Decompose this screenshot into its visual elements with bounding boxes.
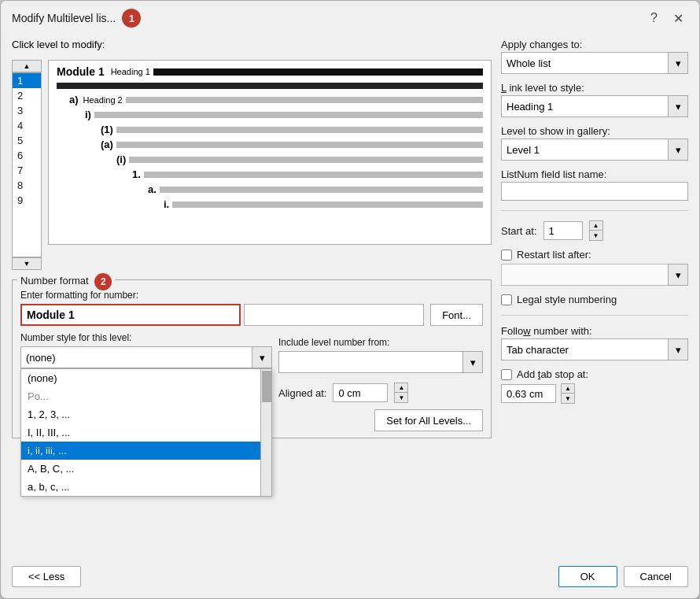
restart-list-select[interactable] [501, 264, 688, 286]
format-select-wrapper: (none) 1, 2, 3, ... i, II, III, ... i, i… [20, 346, 272, 368]
preview-bar-1 [153, 68, 483, 76]
dropdown-scroll-thumb [262, 371, 271, 402]
aligned-at-row: Aligned at: ▲ ▼ Set for All Levels... [278, 383, 483, 431]
help-button[interactable]: ? [646, 9, 662, 27]
preview-row-dark [57, 83, 483, 89]
level-scroll-up[interactable]: ▲ [12, 60, 42, 72]
tab-stop-spinner: ▲ ▼ [561, 383, 575, 404]
number-style-label: Number style for this level: [20, 332, 272, 343]
tab-stop-input[interactable] [501, 384, 556, 403]
follow-number-select[interactable]: Tab character Space Nothing [501, 338, 688, 361]
format-bottom: Number style for this level: (none) 1, 2… [20, 332, 483, 431]
link-level-wrapper: Heading 1 Heading 2 Heading 3 (none) ▾ [501, 95, 688, 117]
font-button[interactable]: Font... [430, 304, 483, 326]
apply-changes-section: Apply changes to: Whole list This point … [501, 39, 688, 74]
level-scroll-down[interactable]: ▼ [12, 257, 42, 270]
restart-list-row: Restart list after: [501, 249, 688, 261]
dropdown-none[interactable]: (none) [21, 369, 271, 387]
add-tab-label: Add tab stop at: [517, 368, 588, 380]
include-level-label: Include level number from: [278, 337, 483, 348]
aligned-at-label: Aligned at: [278, 387, 326, 399]
dropdown-roman-upper[interactable]: I, II, III, ... [21, 423, 271, 442]
preview-bar-dark [57, 83, 483, 89]
left-panel: Click level to modify: ▲ 1 2 3 4 5 6 7 8… [12, 39, 492, 549]
include-level-select-wrapper: ▾ [278, 351, 483, 373]
listnum-section: ListNum field list name: [501, 168, 688, 201]
format-text-input[interactable] [20, 304, 241, 326]
modify-multilevel-dialog: Modify Multilevel lis... 1 ? ✕ Click lev… [0, 0, 700, 599]
format-bottom-left: Number style for this level: (none) 1, 2… [20, 332, 272, 431]
level-item-2[interactable]: 2 [13, 88, 41, 103]
dropdown-list: (none) Po... 1, 2, 3, ... I, II, III, ..… [20, 368, 272, 497]
start-at-down[interactable]: ▼ [590, 231, 602, 240]
dropdown-roman-lower[interactable]: i, ii, iii, ... [21, 442, 271, 460]
listnum-input[interactable] [501, 182, 688, 201]
preview-label-5: (a) [101, 139, 113, 150]
level-item-5[interactable]: 5 [13, 133, 41, 148]
dropdown-po[interactable]: Po... [21, 387, 271, 405]
format-bottom-right: Include level number from: ▾ Aligned at:… [278, 337, 483, 431]
title-bar-left: Modify Multilevel lis... 1 [12, 9, 141, 28]
aligned-at-down[interactable]: ▼ [395, 393, 407, 402]
badge-1: 1 [122, 9, 141, 28]
add-tab-row: Add tab stop at: [501, 368, 688, 380]
level-item-8[interactable]: 8 [13, 178, 41, 193]
aligned-at-up[interactable]: ▲ [395, 383, 407, 393]
divider-1 [501, 210, 688, 211]
level-item-9[interactable]: 9 [13, 193, 41, 208]
dropdown-123[interactable]: 1, 2, 3, ... [21, 405, 271, 423]
number-style-select[interactable]: (none) 1, 2, 3, ... i, II, III, ... i, i… [20, 346, 272, 368]
tab-stop-row: ▲ ▼ [501, 383, 688, 404]
level-item-3[interactable]: 3 [13, 103, 41, 118]
divider-2 [501, 315, 688, 316]
aligned-at-input[interactable] [333, 383, 388, 402]
dialog-title: Modify Multilevel lis... [12, 12, 116, 24]
legal-style-checkbox[interactable] [501, 294, 512, 305]
add-tab-checkbox[interactable] [501, 369, 512, 380]
dropdown-scrollbar[interactable] [260, 369, 271, 496]
bottom-bar: << Less OK Cancel [1, 560, 699, 598]
apply-changes-wrapper: Whole list This point forward ▾ [501, 52, 688, 74]
format-input-row [20, 304, 424, 326]
cancel-button[interactable]: Cancel [624, 566, 688, 587]
level-item-7[interactable]: 7 [13, 163, 41, 178]
restart-list-checkbox[interactable] [501, 250, 512, 261]
include-level-select[interactable] [278, 351, 483, 373]
preview-row-9: i. [164, 198, 483, 210]
dropdown-abc-upper[interactable]: A, B, C, ... [21, 460, 271, 478]
follow-number-section: Follow number with: Tab character Space … [501, 325, 688, 361]
close-button[interactable]: ✕ [669, 9, 688, 28]
format-input-group: Enter formatting for number: [20, 290, 424, 326]
start-at-input[interactable] [543, 221, 583, 240]
apply-changes-select[interactable]: Whole list This point forward [501, 52, 688, 74]
badge-2: 2 [94, 273, 112, 290]
set-all-levels-button[interactable]: Set for All Levels... [374, 409, 483, 431]
link-level-label: LLink level to style: ink level to style… [501, 82, 688, 94]
level-item-6[interactable]: 6 [13, 148, 41, 163]
ok-button[interactable]: OK [558, 566, 617, 587]
follow-number-wrapper: Tab character Space Nothing ▾ [501, 338, 688, 361]
preview-row-2: a) Heading 2 [69, 94, 483, 105]
level-item-1[interactable]: 1 [13, 73, 41, 88]
preview-row-4: (1) [101, 124, 483, 135]
preview-label-9: i. [164, 198, 169, 210]
level-item-4[interactable]: 4 [13, 118, 41, 133]
tab-stop-down[interactable]: ▼ [562, 394, 574, 403]
dropdown-abc-lower[interactable]: a, b, c, ... [21, 478, 271, 496]
level-list: 1 2 3 4 5 6 7 8 9 [12, 72, 42, 257]
link-level-select[interactable]: Heading 1 Heading 2 Heading 3 (none) [501, 95, 688, 117]
start-at-up[interactable]: ▲ [590, 221, 602, 231]
preview-area: Module 1 Heading 1 a) Heading 2 [48, 60, 492, 245]
preview-label-8: a. [148, 183, 157, 195]
less-button[interactable]: << Less [12, 566, 81, 587]
add-tab-section: Add tab stop at: ▲ ▼ [501, 368, 688, 404]
tab-stop-up[interactable]: ▲ [562, 384, 574, 394]
gallery-level-select[interactable]: Level 1 Level 2 Level 3 [501, 139, 688, 161]
link-level-section: LLink level to style: ink level to style… [501, 82, 688, 117]
preview-label-4: (1) [101, 124, 113, 135]
legal-style-row: Legal style numbering [501, 294, 688, 305]
bottom-right: OK Cancel [558, 566, 688, 587]
preview-sublabel-2: Heading 2 [83, 95, 123, 105]
dialog-body: Click level to modify: ▲ 1 2 3 4 5 6 7 8… [1, 32, 699, 560]
gallery-level-wrapper: Level 1 Level 2 Level 3 ▾ [501, 139, 688, 161]
